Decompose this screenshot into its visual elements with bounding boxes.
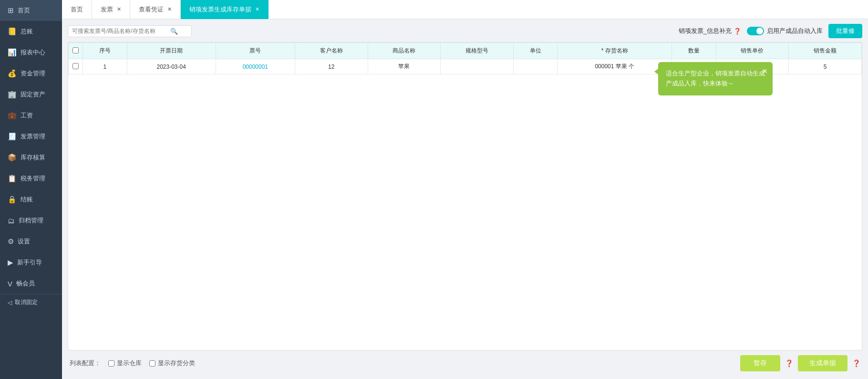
tab-voucher[interactable]: 查看凭证 ✕ [130, 0, 181, 19]
tab-credit-note-label: 销项发票生成库存单据 [189, 5, 251, 14]
header-inventory: * 存货名称 [558, 43, 672, 59]
header-product: 商品名称 [368, 43, 441, 59]
header-number: 票号 [216, 43, 295, 59]
tab-credit-note[interactable]: 销项发票生成库存单据 ✕ [181, 0, 269, 19]
sidebar-label-ledger: 总账 [21, 27, 33, 36]
tab-invoice[interactable]: 发票 ✕ [92, 0, 130, 19]
toolbar: 🔍 销项发票_信息补充 ❓ 启用产成品自动入库 批量修 [68, 24, 862, 38]
sidebar-item-archive[interactable]: 🗂 归档管理 [0, 210, 62, 231]
info-text: 销项发票_信息补充 [679, 27, 732, 35]
sidebar-label-archive: 归档管理 [19, 216, 43, 225]
tooltip-close-icon[interactable]: ✕ [762, 66, 768, 76]
info-question-icon[interactable]: ❓ [734, 28, 741, 35]
batch-button[interactable]: 批量修 [828, 24, 862, 38]
header-seq: 序号 [83, 43, 127, 59]
tab-home[interactable]: 首页 [62, 0, 92, 19]
invoice-link[interactable]: 00000001 [243, 63, 268, 70]
sidebar-item-tax[interactable]: 📋 税务管理 [0, 168, 62, 189]
sidebar-label-fund: 资金管理 [21, 69, 45, 78]
show-category-label: 显示存货分类 [158, 359, 195, 368]
sidebar-label-guide: 新手引导 [17, 258, 42, 267]
sidebar-label-inventory: 库存核算 [21, 153, 45, 162]
cell-unit [513, 59, 558, 74]
archive-icon: 🗂 [8, 217, 15, 225]
footer-left: 列表配置： 显示仓库 显示存货分类 [70, 359, 195, 368]
save-button[interactable]: 暂存 [740, 355, 780, 371]
sidebar-label-asset: 固定资产 [21, 90, 45, 99]
header-date: 开票日期 [127, 43, 216, 59]
sidebar-item-settings[interactable]: ⚙ 设置 [0, 231, 62, 252]
sidebar-item-guide[interactable]: ▶ 新手引导 [0, 252, 62, 273]
header-checkbox-cell [69, 43, 83, 59]
search-icon[interactable]: 🔍 [170, 28, 178, 35]
unpin-label: 取消固定 [15, 298, 38, 306]
search-box[interactable]: 🔍 [68, 25, 192, 37]
sidebar-item-asset[interactable]: 🏢 固定资产 [0, 84, 62, 105]
cell-seq: 1 [83, 59, 127, 74]
sidebar-item-ledger[interactable]: 📒 总账 [0, 21, 62, 42]
sidebar-item-payroll[interactable]: 💼 工资 [0, 105, 62, 126]
header-spec: 规格型号 [441, 43, 514, 59]
show-warehouse-check[interactable]: 显示仓库 [108, 359, 142, 368]
tab-home-label: 首页 [71, 5, 83, 14]
generate-button[interactable]: 生成单据 [798, 355, 847, 371]
sidebar-item-home[interactable]: ⊞ 首页 [0, 0, 62, 21]
generate-help-icon[interactable]: ❓ [852, 359, 860, 367]
asset-icon: 🏢 [8, 90, 17, 99]
invoice-icon: 🧾 [8, 132, 17, 141]
settings-icon: ⚙ [8, 237, 14, 246]
sidebar-item-vip[interactable]: V 畅会员 [0, 273, 62, 294]
show-warehouse-label: 显示仓库 [117, 359, 142, 368]
auto-warehousing-toggle[interactable] [747, 27, 764, 35]
header-unit-price: 销售单价 [716, 43, 789, 59]
toggle-label: 启用产成品自动入库 [767, 27, 823, 35]
sidebar-label-payroll: 工资 [21, 111, 33, 120]
guide-icon: ▶ [8, 258, 13, 267]
cell-number: 00000001 [216, 59, 295, 74]
cell-spec [441, 59, 514, 74]
sidebar-label-report: 报表中心 [21, 48, 45, 57]
show-category-check[interactable]: 显示存货分类 [149, 359, 195, 368]
home-icon: ⊞ [8, 6, 14, 15]
cell-amount: 5 [789, 59, 862, 74]
footer-bar: 列表配置： 显示仓库 显示存货分类 暂存 ❓ 生成单据 ❓ [68, 350, 862, 374]
tax-icon: 📋 [8, 174, 17, 183]
sidebar-label-invoice: 发票管理 [21, 132, 45, 141]
tooltip-popup: ✕ 适合生产型企业，销项发票自动生成产成品入库，快来体验～ [658, 62, 773, 95]
row-checkbox[interactable] [72, 63, 79, 69]
sidebar-item-fund[interactable]: 💰 资金管理 [0, 63, 62, 84]
tab-credit-note-close[interactable]: ✕ [255, 6, 259, 12]
cell-date: 2023-03-04 [127, 59, 216, 74]
row-checkbox-cell [69, 59, 83, 74]
table-header-row: 序号 开票日期 票号 客户名称 商品名称 规格型号 单位 * 存货名称 数量 销… [69, 43, 862, 59]
report-icon: 📊 [8, 48, 17, 57]
inventory-icon: 📦 [8, 153, 17, 162]
tab-voucher-close[interactable]: ✕ [167, 6, 172, 12]
sidebar-item-report[interactable]: 📊 报表中心 [0, 42, 62, 63]
toolbar-right: 销项发票_信息补充 ❓ 启用产成品自动入库 批量修 [679, 24, 862, 38]
header-quantity: 数量 [672, 43, 716, 59]
cell-product: 苹果 [368, 59, 441, 74]
payroll-icon: 💼 [8, 111, 17, 120]
sidebar-item-closing[interactable]: 🔒 结账 [0, 189, 62, 210]
header-customer: 客户名称 [295, 43, 368, 59]
sidebar-label-closing: 结账 [21, 195, 33, 204]
search-input[interactable] [72, 28, 167, 34]
cell-customer: 12 [295, 59, 368, 74]
sidebar: ⊞ 首页 📒 总账 📊 报表中心 💰 资金管理 🏢 固定资产 💼 工资 🧾 发票… [0, 0, 62, 379]
header-amount: 销售金额 [789, 43, 862, 59]
tabs-bar: 首页 发票 ✕ 查看凭证 ✕ 销项发票生成库存单据 ✕ [62, 0, 868, 19]
tab-invoice-label: 发票 [101, 5, 113, 14]
header-unit: 单位 [513, 43, 558, 59]
closing-icon: 🔒 [8, 195, 17, 204]
sidebar-item-invoice[interactable]: 🧾 发票管理 [0, 126, 62, 147]
show-category-checkbox[interactable] [149, 360, 155, 367]
save-help-icon[interactable]: ❓ [785, 359, 793, 367]
tab-invoice-close[interactable]: ✕ [117, 6, 121, 12]
show-warehouse-checkbox[interactable] [108, 360, 114, 367]
config-label: 列表配置： [70, 359, 101, 368]
sidebar-label-settings: 设置 [18, 237, 30, 246]
unpin-button[interactable]: ◁ 取消固定 [0, 294, 62, 310]
select-all-checkbox[interactable] [72, 47, 79, 53]
sidebar-item-inventory[interactable]: 📦 库存核算 [0, 147, 62, 168]
